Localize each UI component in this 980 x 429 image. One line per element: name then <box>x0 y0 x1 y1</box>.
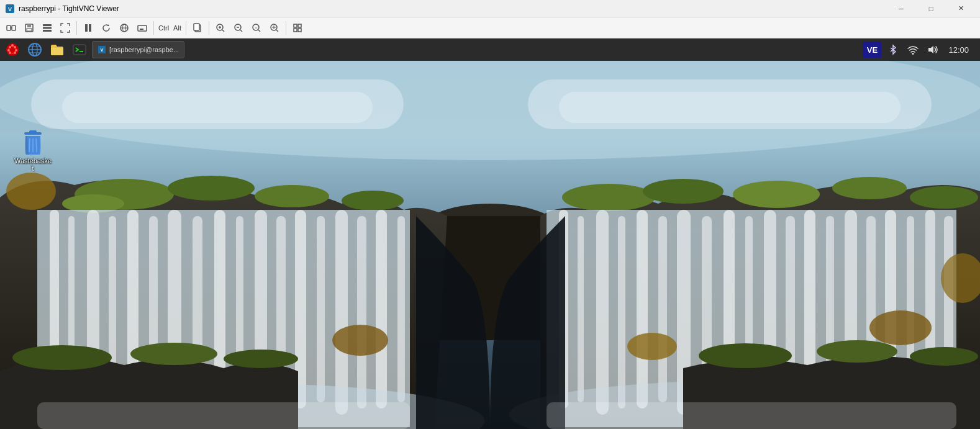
svg-point-124 <box>12 345 112 370</box>
send-button[interactable] <box>134 19 151 37</box>
svg-point-125 <box>130 343 217 365</box>
ve-tray-icon[interactable]: VE <box>863 42 881 58</box>
terminal-taskbar-icon[interactable] <box>70 40 89 60</box>
svg-point-133 <box>869 310 932 345</box>
svg-rect-2 <box>7 25 11 30</box>
svg-rect-55 <box>73 45 86 55</box>
volume-tray-icon[interactable] <box>925 42 941 58</box>
svg-point-49 <box>14 52 16 54</box>
zoom-fit-button[interactable] <box>266 19 283 37</box>
svg-rect-67 <box>62 92 373 123</box>
svg-point-45 <box>11 44 14 47</box>
raspberry-pi-menu[interactable] <box>2 40 22 60</box>
svg-marker-62 <box>928 46 933 53</box>
wastebasket-label: Wastebasket <box>14 157 52 172</box>
svg-point-44 <box>14 46 16 48</box>
svg-rect-100 <box>397 216 405 402</box>
svg-rect-135 <box>37 402 410 429</box>
svg-rect-106 <box>637 210 648 409</box>
save-button[interactable] <box>20 19 38 37</box>
svg-rect-9 <box>43 27 52 29</box>
svg-rect-8 <box>43 24 52 26</box>
svg-point-128 <box>817 340 897 363</box>
close-button[interactable]: ✕ <box>946 0 975 17</box>
svg-point-79 <box>733 181 820 208</box>
ve-label: VE <box>867 45 878 55</box>
svg-point-80 <box>832 177 907 199</box>
svg-point-132 <box>627 333 677 360</box>
svg-rect-97 <box>335 210 348 415</box>
svg-point-131 <box>332 325 388 356</box>
folder-taskbar-icon[interactable] <box>47 40 67 60</box>
svg-rect-39 <box>294 29 297 32</box>
svg-rect-38 <box>298 24 301 27</box>
svg-rect-10 <box>43 30 52 32</box>
svg-rect-136 <box>547 402 956 429</box>
svg-point-129 <box>910 347 978 366</box>
connect-button[interactable] <box>2 19 20 37</box>
zoom-100-button[interactable]: = <box>248 19 265 37</box>
svg-line-34 <box>276 30 278 32</box>
title-bar: V raspberrypi - TightVNC Viewer ─ □ ✕ <box>0 0 980 17</box>
svg-point-78 <box>643 179 724 204</box>
toolbar: Ctrl Alt = <box>0 17 980 38</box>
svg-rect-16 <box>138 25 147 31</box>
svg-point-73 <box>168 176 255 201</box>
svg-rect-6 <box>27 24 31 27</box>
app-window-button[interactable]: V [raspberrypi@raspbe... <box>92 41 184 58</box>
desktop: Wastebasket <box>0 61 980 429</box>
clock: 12:00 <box>945 45 973 55</box>
ctrl-label: Ctrl <box>157 24 171 32</box>
svg-rect-98 <box>357 216 366 409</box>
title-bar-icon: V <box>5 4 15 14</box>
svg-point-127 <box>699 343 792 368</box>
svg-line-32 <box>258 30 260 32</box>
svg-point-61 <box>912 53 914 55</box>
svg-line-141 <box>36 138 37 152</box>
options-button[interactable] <box>39 19 56 37</box>
system-tray: VE 12:00 <box>863 42 978 58</box>
minimize-button[interactable]: ─ <box>887 0 915 17</box>
svg-rect-104 <box>596 210 609 415</box>
refresh-button[interactable] <box>98 19 115 37</box>
svg-rect-40 <box>298 29 301 32</box>
svg-line-26 <box>222 30 224 32</box>
svg-rect-138 <box>29 130 37 133</box>
svg-rect-107 <box>658 216 667 402</box>
svg-point-48 <box>9 52 11 54</box>
wastebasket-image <box>20 130 45 155</box>
wastebasket-icon[interactable]: Wastebasket <box>11 128 55 174</box>
pause-button[interactable] <box>79 19 97 37</box>
svg-rect-96 <box>317 216 325 402</box>
svg-point-81 <box>910 186 978 209</box>
config-button[interactable] <box>289 19 306 37</box>
taskbar: V [raspberrypi@raspbe... VE <box>0 38 980 61</box>
browser-taskbar-icon[interactable] <box>25 40 45 60</box>
bluetooth-tray-icon[interactable] <box>885 42 901 58</box>
svg-point-75 <box>255 185 329 207</box>
svg-rect-3 <box>12 25 16 30</box>
svg-rect-37 <box>294 24 297 27</box>
svg-rect-11 <box>85 24 88 32</box>
svg-text:=: = <box>255 26 257 30</box>
app-window-label: [raspberrypi@raspbe... <box>109 46 179 53</box>
title-bar-title: raspberrypi - TightVNC Viewer <box>19 4 887 13</box>
svg-rect-69 <box>559 92 901 123</box>
wifi-tray-icon[interactable] <box>905 42 921 58</box>
clipboard-button[interactable] <box>189 19 206 37</box>
svg-point-130 <box>6 173 56 210</box>
zoom-in-button[interactable] <box>212 19 229 37</box>
svg-rect-103 <box>578 216 584 402</box>
browser-button[interactable] <box>116 19 133 37</box>
svg-point-43 <box>9 46 11 48</box>
zoom-out-button[interactable] <box>230 19 247 37</box>
svg-rect-22 <box>194 24 199 30</box>
svg-point-46 <box>7 49 10 52</box>
svg-line-139 <box>29 138 30 152</box>
fullscreen-button[interactable] <box>57 19 74 37</box>
svg-rect-99 <box>376 210 387 409</box>
title-bar-controls: ─ □ ✕ <box>887 0 975 17</box>
svg-rect-12 <box>89 24 91 32</box>
svg-text:V: V <box>8 6 12 12</box>
maximize-button[interactable]: □ <box>917 0 945 17</box>
